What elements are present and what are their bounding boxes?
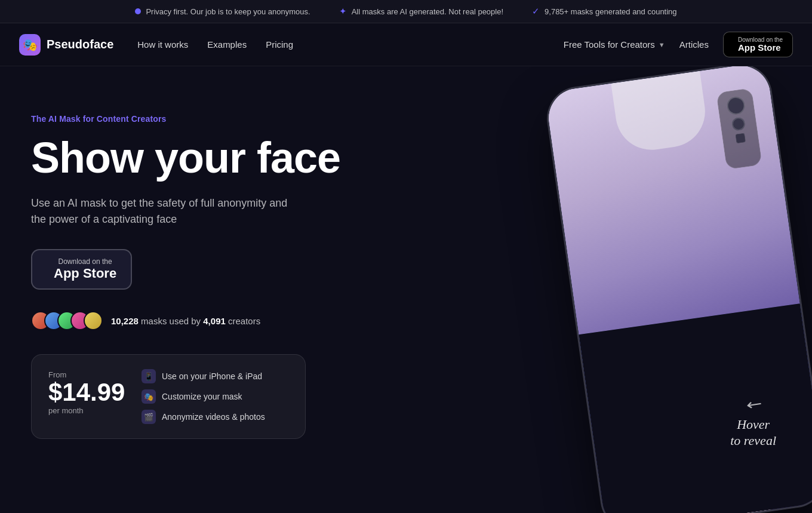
hero-download-on: Download on the: [54, 257, 116, 266]
pricing-from-label: From $14.99 per month: [48, 369, 132, 415]
articles-link[interactable]: Articles: [679, 39, 709, 50]
banner-privacy: Privacy first. Our job is to keep you an…: [135, 7, 310, 16]
download-on-label: Download on the: [738, 36, 783, 43]
hero-visual: ↙ Hover to reveal: [490, 78, 812, 513]
check-icon: ✓: [532, 6, 540, 17]
feature-item-customize: 🎭 Customize your mask: [142, 389, 288, 404]
phone-mockup: ↙ Hover to reveal: [537, 78, 788, 513]
hero-title: Show your face: [31, 136, 342, 181]
free-tools-dropdown[interactable]: Free Tools for Creators ▼: [564, 39, 665, 50]
video-icon: 🎬: [142, 410, 156, 424]
privacy-dot-icon: [135, 8, 141, 14]
hero-app-store-button[interactable]: Download on the App Store: [31, 249, 132, 290]
feature-item-anonymize: 🎬 Anonymize videos & photos: [142, 410, 288, 424]
nav-link-how-it-works[interactable]: How it works: [137, 39, 188, 50]
banner-ai-masks: ✦ All masks are AI generated. Not real p…: [339, 6, 503, 17]
chevron-down-icon: ▼: [659, 41, 665, 48]
banner-count-text: 9,785+ masks generated and counting: [545, 7, 677, 16]
nav-links: How it works Examples Pricing: [137, 39, 563, 50]
iphone-icon: 📱: [142, 369, 156, 383]
mask-icon: 🎭: [142, 389, 156, 404]
hero-btn-text: Download on the App Store: [54, 257, 116, 282]
nav-logo[interactable]: 🎭 Pseudoface: [19, 34, 113, 56]
sparkle-icon: ✦: [339, 6, 347, 17]
app-store-btn-text: Download on the App Store: [738, 36, 783, 53]
hero-tag: The AI Mask for Content Creators: [31, 114, 342, 124]
hover-text-2: to reveal: [730, 433, 776, 449]
feature-anonymize-label: Anonymize videos & photos: [162, 412, 265, 422]
navbar: 🎭 Pseudoface How it works Examples Prici…: [0, 23, 812, 66]
hero-section: The AI Mask for Content Creators Show yo…: [0, 66, 812, 513]
social-proof-text: 10,228 masks used by 4,091 creators: [111, 316, 260, 326]
social-proof: 10,228 masks used by 4,091 creators: [31, 311, 342, 330]
avatar: [84, 311, 103, 330]
face-area: [545, 66, 799, 335]
free-tools-label: Free Tools for Creators: [564, 39, 655, 50]
feature-customize-label: Customize your mask: [162, 392, 242, 401]
nav-link-pricing[interactable]: Pricing: [266, 39, 293, 50]
logo-text: Pseudoface: [47, 38, 113, 51]
feature-iphone-label: Use on your iPhone & iPad: [162, 371, 262, 381]
nav-app-store-button[interactable]: Download on the App Store: [723, 32, 793, 58]
hero-app-store-label: App Store: [54, 266, 116, 281]
logo-icon: 🎭: [19, 34, 41, 56]
masks-count: 10,228: [111, 316, 139, 326]
banner-privacy-text: Privacy first. Our job is to keep you an…: [146, 7, 310, 16]
hero-subtitle: Use an AI mask to get the safety of full…: [31, 195, 294, 228]
nav-right: Free Tools for Creators ▼ Articles Downl…: [564, 32, 793, 58]
feature-item-iphone: 📱 Use on your iPhone & iPad: [142, 369, 288, 383]
hover-annotation: ↙ Hover to reveal: [730, 394, 776, 449]
banner-count: ✓ 9,785+ masks generated and counting: [532, 6, 677, 17]
phone-bottom: [579, 303, 812, 513]
creators-count: 4,091: [203, 316, 226, 326]
pricing-card: From $14.99 per month 📱 Use on your iPho…: [31, 354, 306, 439]
feature-list: 📱 Use on your iPhone & iPad 🎭 Customize …: [142, 369, 288, 424]
pricing-period: per month: [48, 406, 132, 415]
app-store-label: App Store: [738, 43, 783, 53]
pricing-amount: $14.99: [48, 380, 132, 405]
top-banner: Privacy first. Our job is to keep you an…: [0, 0, 812, 23]
avatar-group: [31, 311, 103, 330]
hero-content: The AI Mask for Content Creators Show yo…: [31, 102, 342, 439]
nav-link-examples[interactable]: Examples: [207, 39, 247, 50]
banner-ai-text: All masks are AI generated. Not real peo…: [352, 7, 503, 16]
